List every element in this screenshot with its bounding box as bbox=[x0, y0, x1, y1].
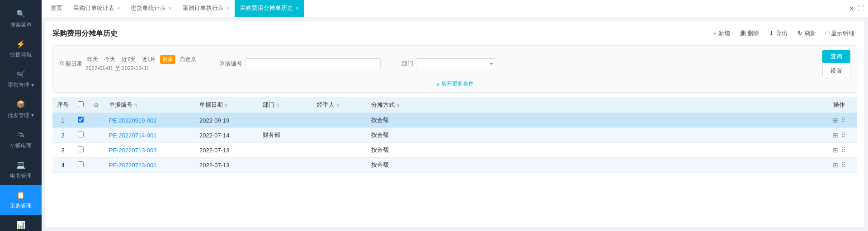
row-checkbox-1[interactable] bbox=[78, 132, 84, 137]
action-view-3[interactable]: ⊞ bbox=[833, 161, 838, 169]
page-header: 采购费用分摊单历史 + 新增 删 删除 ⬇ 导出 ↻ 刷新 □ 显示明细 bbox=[52, 28, 857, 39]
cell-dept-3 bbox=[258, 158, 312, 173]
sort-icon-date[interactable]: ⇅ bbox=[224, 103, 228, 108]
cell-action-0: ⊞ ⠿ bbox=[821, 113, 857, 128]
tab-home[interactable]: 首页 bbox=[45, 0, 68, 17]
sidebar-item-quick-nav[interactable]: ⚡快捷导航 bbox=[0, 34, 42, 64]
cell-check-1[interactable] bbox=[73, 128, 88, 143]
sidebar-item-purchase[interactable]: 📋采购管理 bbox=[0, 185, 42, 215]
row-checkbox-3[interactable] bbox=[78, 161, 84, 167]
main-area: 首页采购订单统计表×进货单统计表×采购订单执行表×采购费用分摊单历史× ✕ ⛶ … bbox=[42, 0, 868, 231]
sort-icon-doc-no[interactable]: ⇅ bbox=[134, 103, 137, 108]
tab-close-purchase-order-stats[interactable]: × bbox=[117, 5, 120, 11]
cell-num-3: 4 bbox=[52, 158, 73, 173]
shortcut-custom[interactable]: 自定义 bbox=[178, 55, 198, 64]
sidebar-icon-mini-shop: 🛍 bbox=[2, 129, 40, 141]
tab-bar-actions: ✕ ⛶ bbox=[849, 5, 864, 12]
cell-check-0[interactable] bbox=[73, 113, 88, 128]
shortcut-7days[interactable]: 近7天 bbox=[120, 55, 137, 64]
data-table-wrapper: 序号 ⚙ 单据编号⇅ 单据日期⇅ 部门⇅ 经手人⇅ bbox=[52, 97, 857, 220]
dept-select[interactable] bbox=[416, 58, 497, 69]
cell-action-3: ⊞ ⠿ bbox=[821, 158, 857, 173]
cell-method-2: 按金额 bbox=[367, 143, 821, 158]
export-button[interactable]: ⬇ 导出 bbox=[766, 28, 790, 39]
show-columns-button[interactable]: □ 显示明细 bbox=[823, 28, 857, 39]
doc-no-link-1[interactable]: PE-20220714-001 bbox=[109, 132, 157, 139]
cell-num-0: 1 bbox=[52, 113, 73, 128]
filter-actions: 查询 设置 bbox=[822, 50, 850, 77]
tab-close-inbound-stats[interactable]: × bbox=[169, 5, 171, 11]
table-body: 1 PE-20220919-002 2022-09-19 按金额 ⊞ ⠿ 2 P… bbox=[52, 113, 857, 173]
dept-filter: 部门 bbox=[401, 58, 497, 69]
tab-purchase-order-exec[interactable]: 采购订单执行表× bbox=[177, 0, 235, 17]
cell-settings-1 bbox=[88, 128, 104, 143]
shortcut-yesterday[interactable]: 昨天 bbox=[85, 55, 100, 64]
sidebar-item-inventory[interactable]: 📊库存核算 bbox=[0, 215, 42, 231]
sidebar-item-mini-shop[interactable]: 🛍小畅电商 bbox=[0, 124, 42, 155]
sidebar-item-retail[interactable]: 🛒零售管理 ▾ bbox=[0, 64, 42, 94]
sidebar-icon-retail: 🛒 bbox=[2, 69, 40, 80]
delete-button[interactable]: 删 删除 bbox=[737, 28, 762, 39]
tab-close-purchase-fee-split[interactable]: × bbox=[296, 5, 298, 11]
tab-purchase-order-stats[interactable]: 采购订单统计表× bbox=[68, 0, 125, 17]
refresh-button[interactable]: ↻ 刷新 bbox=[795, 28, 819, 39]
doc-no-link-0[interactable]: PE-20220919-002 bbox=[109, 117, 157, 124]
action-view-2[interactable]: ⊞ bbox=[833, 146, 838, 154]
sort-icon-method[interactable]: ⇅ bbox=[396, 103, 400, 108]
chevron-down-icon: ∨ bbox=[436, 81, 440, 87]
action-more-1[interactable]: ⠿ bbox=[841, 132, 845, 139]
page-title: 采购费用分摊单历史 bbox=[52, 29, 118, 38]
shortcut-more[interactable]: 更多 bbox=[160, 55, 175, 64]
sidebar-label-quick-nav: 快捷导航 bbox=[10, 52, 32, 58]
doc-no-link-3[interactable]: PE-20220713-001 bbox=[109, 162, 157, 169]
cell-date-2: 2022-07-13 bbox=[195, 143, 258, 158]
th-check bbox=[73, 97, 88, 113]
cell-date-0: 2022-09-19 bbox=[195, 113, 258, 128]
sidebar: 🔍搜索菜单⚡快捷导航🛒零售管理 ▾📦批发管理 ▾🛍小畅电商💻电商管理📋采购管理📊… bbox=[0, 0, 42, 231]
sidebar-icon-inventory: 📊 bbox=[2, 219, 40, 231]
th-settings[interactable]: ⚙ bbox=[88, 97, 104, 113]
th-method: 分摊方式⇅ bbox=[367, 97, 821, 113]
tab-inbound-stats[interactable]: 进货单统计表× bbox=[125, 0, 177, 17]
date-shortcuts: 昨天 今天 近7天 近1月 更多 自定义 2022-01-01 至 2022-1… bbox=[85, 55, 198, 72]
close-window-icon[interactable]: ✕ bbox=[849, 5, 854, 12]
tab-close-purchase-order-exec[interactable]: × bbox=[226, 5, 229, 11]
th-num: 序号 bbox=[52, 97, 73, 113]
shortcut-today[interactable]: 今天 bbox=[103, 55, 117, 64]
action-view-0[interactable]: ⊞ bbox=[833, 117, 838, 124]
filter-settings-button[interactable]: 设置 bbox=[822, 65, 850, 77]
dept-label: 部门 bbox=[401, 60, 413, 68]
action-more-3[interactable]: ⠿ bbox=[841, 161, 845, 169]
cell-dept-0 bbox=[258, 113, 312, 128]
query-button[interactable]: 查询 bbox=[822, 50, 850, 63]
row-checkbox-0[interactable] bbox=[78, 117, 84, 123]
sidebar-item-search[interactable]: 🔍搜索菜单 bbox=[0, 4, 42, 34]
shortcut-1month[interactable]: 近1月 bbox=[140, 55, 158, 64]
action-more-0[interactable]: ⠿ bbox=[841, 117, 845, 124]
sort-icon-person[interactable]: ⇅ bbox=[336, 103, 340, 108]
cell-check-3[interactable] bbox=[73, 158, 88, 173]
expand-more-button[interactable]: ∨ 展开更多条件 bbox=[436, 80, 474, 88]
tab-purchase-fee-split[interactable]: 采购费用分摊单历史× bbox=[235, 0, 304, 17]
action-view-1[interactable]: ⊞ bbox=[833, 132, 838, 139]
doc-no-input[interactable] bbox=[245, 58, 381, 69]
sidebar-item-ecommerce[interactable]: 💻电商管理 bbox=[0, 155, 42, 185]
fullscreen-icon[interactable]: ⛶ bbox=[858, 5, 864, 12]
select-all-checkbox[interactable] bbox=[78, 101, 84, 107]
date-filter: 单据日期 昨天 今天 近7天 近1月 更多 自定义 2022-01-01 至 2… bbox=[59, 55, 198, 72]
action-more-2[interactable]: ⠿ bbox=[841, 146, 845, 154]
row-checkbox-2[interactable] bbox=[78, 146, 84, 152]
sidebar-label-mini-shop: 小畅电商 bbox=[10, 142, 32, 149]
th-action: 操作 bbox=[821, 97, 857, 113]
th-person: 经手人⇅ bbox=[312, 97, 367, 113]
cell-check-2[interactable] bbox=[73, 143, 88, 158]
cell-date-1: 2022-07-14 bbox=[195, 128, 258, 143]
sort-icon-dept[interactable]: ⇅ bbox=[276, 103, 279, 108]
table-row: 3 PE-20220713-003 2022-07-13 按金额 ⊞ ⠿ bbox=[52, 143, 857, 158]
cell-action-2: ⊞ ⠿ bbox=[821, 143, 857, 158]
add-button[interactable]: + 新增 bbox=[710, 28, 732, 39]
sidebar-item-wholesale[interactable]: 📦批发管理 ▾ bbox=[0, 94, 42, 124]
cell-docno-1: PE-20220714-001 bbox=[104, 128, 195, 143]
doc-no-link-2[interactable]: PE-20220713-003 bbox=[109, 147, 157, 154]
page-content: 采购费用分摊单历史 + 新增 删 删除 ⬇ 导出 ↻ 刷新 □ 显示明细 单据日… bbox=[45, 21, 864, 227]
